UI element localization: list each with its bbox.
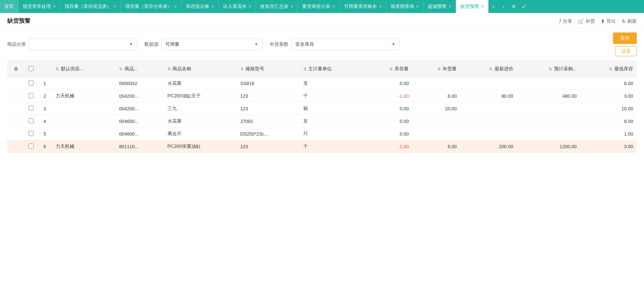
table-container: ⚙ ⇅ 默认供应... ⇅ 商品... ⇅ (0, 61, 644, 153)
row-supplier-cell (52, 77, 116, 90)
replenish-select[interactable]: 安全库存 ▼ (291, 39, 400, 50)
tab-close-stock-dist[interactable]: × (174, 4, 177, 9)
replenish-select-value: 安全库存 (295, 41, 314, 48)
row-estimated-cell: 1200.00 (517, 140, 580, 153)
tab-batch-account[interactable]: 库存批次账 × (182, 0, 219, 13)
tab-close-inout[interactable]: × (249, 4, 251, 9)
row-supplier-cell: 力天机械 (52, 90, 116, 102)
tab-requisition-stat[interactable]: 要货单统计表 × (298, 0, 340, 13)
row-check-cell (25, 115, 38, 128)
replenish-label: 补货基数 (270, 41, 288, 48)
replenish-btn[interactable]: 🛒 补货 (578, 18, 595, 25)
tab-available-ledger[interactable]: 可用量库存账本 × (340, 0, 386, 13)
col-header-stock[interactable]: ⇅ 库存量 (365, 61, 413, 77)
tab-close-all-btn[interactable]: ✕ (509, 0, 519, 13)
tab-close-req[interactable]: × (332, 4, 335, 9)
row-num-cell: 3 (38, 102, 52, 115)
col-header-supplier[interactable]: ⇅ 默认供应... (52, 61, 116, 77)
row-latest-price-cell (460, 77, 517, 90)
tab-close-stock-status[interactable]: × (114, 4, 116, 9)
row-replenish-cell: 20.00 (412, 102, 460, 115)
replenish-icon: 🛒 (578, 18, 584, 24)
row-min-stock-cell: 3.00 (580, 90, 637, 102)
row-checkbox-2[interactable] (29, 106, 34, 111)
row-check-cell (25, 140, 38, 153)
settings-button[interactable]: 设置 (615, 46, 637, 56)
tab-stock-status[interactable]: 现存量（库存状况表） × (60, 0, 121, 13)
tab-bar: 首页 拣货异常处理 × 现存量（库存状况表） × 现存量（库存分布表） × 库存… (0, 0, 644, 13)
category-filter-group: 商品分类 ▼ (7, 39, 137, 50)
tab-expiry-query[interactable]: 保质期查询 × (386, 0, 423, 13)
table-row: 5 004800... 离合片 DS250*23c... 只 0.00 1.00 (7, 128, 637, 140)
col-header-replenish[interactable]: ⇅ 补货量 (412, 61, 460, 77)
col-header-code[interactable]: ⇅ 商品... (116, 61, 164, 77)
tab-receipt-summary[interactable]: 收发存汇总表 × (256, 0, 298, 13)
datasource-select[interactable]: 可用量 ▼ (161, 39, 262, 50)
tab-picking-exception[interactable]: 拣货异常处理 × (18, 0, 60, 13)
column-settings-btn[interactable]: ⚙ (11, 64, 21, 74)
tab-close-receipt[interactable]: × (291, 4, 293, 9)
category-select[interactable]: ▼ (29, 39, 137, 50)
col-header-estimated[interactable]: ⇅ 预计采购... (517, 61, 580, 77)
col-header-unit[interactable]: ⇅ 主计量单位 (300, 61, 365, 77)
row-estimated-cell (517, 128, 580, 140)
row-checkbox-4[interactable] (29, 131, 34, 136)
row-code-cell: 004800... (116, 128, 164, 140)
sort-estimated-icon: ⇅ (549, 67, 552, 71)
table-header-row: ⚙ ⇅ 默认供应... ⇅ 商品... ⇅ (7, 61, 637, 77)
replenish-arrow-icon: ▼ (391, 42, 396, 47)
row-stock-cell: -1.00 (365, 90, 413, 102)
col-header-min-stock[interactable]: ⇅ 最低库存 (580, 61, 637, 77)
tab-close-picking[interactable]: × (53, 4, 56, 9)
row-replenish-cell (412, 115, 460, 128)
tab-stock-distribution[interactable]: 现存量（库存分布表） × (121, 0, 182, 13)
table-body: 1 0000042 火花塞 SS816 支 0.00 8.00 2 力天机械 0… (7, 77, 637, 153)
col-header-latest-price[interactable]: ⇅ 最新进价 (460, 61, 517, 77)
row-checkbox-5[interactable] (29, 144, 34, 149)
tab-close-overstock[interactable]: × (449, 4, 451, 9)
row-replenish-cell: 6.00 (412, 140, 460, 153)
row-settings-cell (7, 102, 25, 115)
row-min-stock-cell: 10.00 (580, 102, 637, 115)
tab-close-avail[interactable]: × (379, 4, 382, 9)
tab-close-batch[interactable]: × (212, 4, 214, 9)
col-header-name[interactable]: ⇅ 商品名称 (164, 61, 237, 77)
col-header-settings: ⚙ (7, 61, 25, 77)
row-latest-price-cell (460, 115, 517, 128)
row-settings-cell (7, 77, 25, 90)
row-checkbox-3[interactable] (29, 118, 34, 123)
tab-close-shortage[interactable]: × (481, 4, 484, 9)
col-header-spec[interactable]: ⇅ 规格型号 (237, 61, 300, 77)
sort-supplier-icon: ⇅ (56, 67, 59, 71)
tab-next-btn[interactable]: › (499, 0, 509, 13)
col-header-num (38, 61, 52, 77)
row-spec-cell: DS250*23c... (237, 128, 300, 140)
col-header-check (25, 61, 38, 77)
tab-overstock-warning[interactable]: 超储预警 × (423, 0, 456, 13)
row-supplier-cell (52, 115, 116, 128)
tab-shortage-warning[interactable]: 缺货预警 × (456, 0, 488, 13)
tab-fullscreen-btn[interactable]: ⤢ (519, 0, 529, 13)
filter-area: 商品分类 ▼ 数据源 可用量 ▼ 补货基数 安全库存 ▼ 查询 设置 (0, 28, 644, 61)
row-latest-price-cell (460, 102, 517, 115)
tab-inout-flow[interactable]: 出入库流水 × (219, 0, 256, 13)
query-button[interactable]: 查询 (613, 32, 637, 44)
select-all-checkbox[interactable] (29, 66, 34, 71)
row-latest-price-cell: 200.00 (460, 140, 517, 153)
datasource-label: 数据源 (144, 41, 158, 48)
tab-close-expiry[interactable]: × (416, 4, 419, 9)
export-btn[interactable]: ⬆ 导出 (601, 18, 616, 25)
share-btn[interactable]: ⤴ 分享 (559, 18, 572, 25)
tab-prev-btn[interactable]: ‹ (488, 0, 499, 13)
table-row: 6 力天机械 801110... PC200张紧油缸 123 个 -1.00 6… (7, 140, 637, 153)
table-row: 3 004200... 三九 123 箱 0.00 20.00 10.00 (7, 102, 637, 115)
sort-price-icon: ⇅ (489, 67, 492, 71)
row-estimated-cell (517, 102, 580, 115)
table-row: 4 004600... 火花塞 J7092 支 0.00 8.00 (7, 115, 637, 128)
refresh-btn[interactable]: ↻ 刷新 (622, 18, 637, 25)
tab-home[interactable]: 首页 (0, 0, 18, 13)
row-checkbox-0[interactable] (29, 80, 34, 85)
row-stock-cell: 0.00 (365, 115, 413, 128)
row-spec-cell: 123 (237, 90, 300, 102)
row-checkbox-1[interactable] (29, 93, 34, 98)
